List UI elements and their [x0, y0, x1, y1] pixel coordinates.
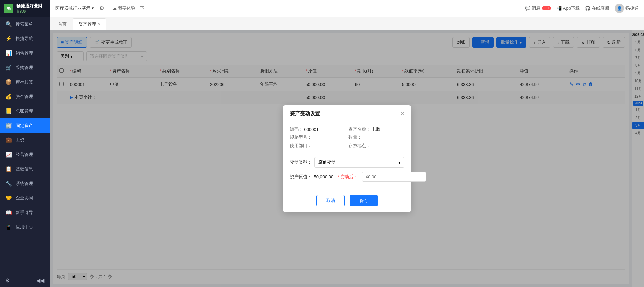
purchase-icon: 🛒: [5, 64, 12, 71]
user-section[interactable]: 👤 畅捷通: [615, 4, 639, 13]
online-service-label: 在线客服: [592, 5, 609, 11]
company-selector[interactable]: 医疗器械行业演示 ▾: [55, 5, 94, 11]
dialog-dept-item: 使用部门：: [290, 142, 346, 149]
inventory-icon: 📦: [5, 79, 12, 85]
sidebar-label-enterprise: 企业协同: [16, 195, 33, 201]
sales-icon: 📊: [5, 50, 12, 56]
sidebar-label-quick-nav: 快捷导航: [16, 36, 33, 42]
change-type-dropdown-icon: ▾: [398, 160, 401, 165]
sidebar-label-operations: 经营管理: [16, 152, 33, 158]
dialog-location-item: 存放地点：: [348, 142, 404, 149]
app-subtitle: 普及版: [16, 9, 42, 14]
download-icon: 📲: [556, 6, 562, 11]
dialog-value-row: 资产原值： 50,000.00 * 变动后：: [290, 172, 404, 182]
sidebar-item-inventory[interactable]: 📦 库存核算: [0, 75, 50, 89]
online-service-btn[interactable]: 🎧 在线客服: [585, 5, 609, 11]
tab-home[interactable]: 首页: [53, 19, 72, 30]
sidebar-item-purchase[interactable]: 🛒 采购管理: [0, 60, 50, 75]
sidebar-item-fixed-assets[interactable]: 🏢 固定资产: [0, 118, 50, 133]
sidebar-item-search[interactable]: 🔍 搜索菜单: [0, 17, 50, 31]
dialog-spec-label: 规格型号：: [290, 134, 312, 140]
dialog-name-item: 资产名称： 电脑: [348, 126, 404, 132]
sidebar-item-system[interactable]: 🔧 系统管理: [0, 176, 50, 191]
sidebar-item-sales[interactable]: 📊 销售管理: [0, 46, 50, 60]
company-dropdown-icon: ▾: [92, 6, 94, 11]
sidebar: 畅 畅捷通好业财 普及版 🔍 搜索菜单 ⚡ 快捷导航 📊 销售管理 🛒 采购管理…: [0, 0, 50, 287]
fund-icon: 💰: [5, 93, 12, 100]
sidebar-item-app-center[interactable]: 📱 应用中心: [0, 220, 50, 234]
save-button[interactable]: 保存: [350, 195, 378, 206]
sidebar-item-guide[interactable]: 📖 新手引导: [0, 205, 50, 220]
save-btn-label: 保存: [360, 198, 368, 203]
system-icon: 🔧: [5, 180, 12, 187]
avatar: 👤: [615, 4, 624, 13]
dialog-original-value-value: 50,000.00: [314, 174, 334, 179]
user-name: 畅捷通: [625, 5, 639, 11]
guide-icon: 📖: [5, 209, 12, 216]
sidebar-label-ledger: 总账管理: [16, 108, 33, 114]
message-label: 消息: [532, 5, 541, 11]
collapse-icon[interactable]: ◀◀: [36, 277, 44, 284]
app-download-btn[interactable]: 📲 App下载: [556, 5, 580, 11]
trial-section[interactable]: ☁ 我要体验一下: [112, 5, 144, 11]
trial-label: 我要体验一下: [118, 5, 144, 11]
required-mark: *: [337, 174, 339, 179]
dialog-divider: [290, 153, 404, 153]
topbar-right: 💬 消息 99+ 📲 App下载 🎧 在线客服 👤 畅捷通: [525, 4, 639, 13]
sidebar-item-fund[interactable]: 💰 资金管理: [0, 89, 50, 104]
dialog-header: 资产变动设置 ×: [283, 105, 411, 121]
message-btn[interactable]: 💬 消息 99+: [525, 5, 551, 11]
quick-nav-icon: ⚡: [5, 35, 12, 42]
dialog-code-item: 编码： 000001: [290, 126, 346, 132]
dialog-change-type-select[interactable]: 原值变动 ▾: [314, 157, 404, 168]
service-icon: 🎧: [585, 6, 590, 11]
sidebar-item-operations[interactable]: 📈 经营管理: [0, 147, 50, 162]
app-title: 畅捷通好业财: [16, 3, 42, 9]
main-content: 医疗器械行业演示 ▾ ⚙ ☁ 我要体验一下 💬 消息 99+ 📲 App下载 🎧…: [50, 0, 644, 287]
sidebar-label-salary: 工资: [16, 137, 24, 143]
tab-close-icon[interactable]: ×: [98, 22, 100, 27]
app-logo: 畅: [4, 4, 13, 13]
cancel-button[interactable]: 取消: [316, 195, 345, 206]
dialog-name-label: 资产名称：: [348, 126, 370, 132]
dialog-after-change-label: * 变动后：: [337, 174, 358, 180]
sidebar-label-app-center: 应用中心: [16, 224, 33, 230]
topbar-settings-icon[interactable]: ⚙: [99, 5, 104, 11]
dialog-title: 资产变动设置: [290, 110, 320, 117]
message-badge: 99+: [542, 6, 551, 10]
tab-asset-label: 资产管理: [79, 21, 96, 27]
topbar-left: 医疗器械行业演示 ▾ ⚙ ☁ 我要体验一下: [55, 5, 144, 11]
tab-asset-management[interactable]: 资产管理 ×: [73, 18, 106, 30]
sidebar-item-enterprise[interactable]: 🤝 企业协同: [0, 191, 50, 205]
sidebar-item-salary[interactable]: 💼 工资: [0, 133, 50, 147]
sidebar-header: 畅 畅捷通好业财 普及版: [0, 0, 50, 17]
cancel-btn-label: 取消: [326, 198, 335, 203]
basic-info-icon: 📋: [5, 166, 12, 172]
sidebar-item-ledger[interactable]: 📒 总账管理: [0, 104, 50, 118]
after-change-input[interactable]: [362, 172, 426, 182]
cloud-icon: ☁: [112, 6, 117, 11]
enterprise-icon: 🤝: [5, 195, 12, 201]
company-name: 医疗器械行业演示: [55, 5, 90, 11]
settings-footer-icon[interactable]: ⚙: [5, 277, 10, 284]
dialog-name-value: 电脑: [372, 126, 380, 132]
operations-icon: 📈: [5, 151, 12, 158]
dialog-close-button[interactable]: ×: [401, 110, 404, 117]
ledger-icon: 📒: [5, 108, 12, 114]
sidebar-label-system: 系统管理: [16, 181, 33, 187]
sidebar-item-quick-nav[interactable]: ⚡ 快捷导航: [0, 31, 50, 46]
sidebar-label-basic-info: 基础信息: [16, 166, 33, 172]
dialog-original-value-label: 资产原值：: [290, 174, 310, 180]
dialog-quantity-item: 数量：: [348, 134, 404, 140]
sidebar-item-basic-info[interactable]: 📋 基础信息: [0, 162, 50, 176]
app-center-icon: 📱: [5, 224, 12, 230]
content-area: ≡ 资产明细 📄 变更生成凭证 刘账 + 新增: [50, 30, 644, 287]
sidebar-label-sales: 销售管理: [16, 50, 33, 56]
tab-home-label: 首页: [58, 21, 67, 27]
message-icon: 💬: [525, 6, 530, 11]
sidebar-label-purchase: 采购管理: [16, 65, 33, 71]
search-icon: 🔍: [5, 21, 12, 27]
salary-icon: 💼: [5, 137, 12, 143]
dialog-info-grid: 编码： 000001 资产名称： 电脑 规格型号： 数量：: [290, 126, 404, 149]
dialog-footer: 取消 保存: [283, 191, 411, 212]
